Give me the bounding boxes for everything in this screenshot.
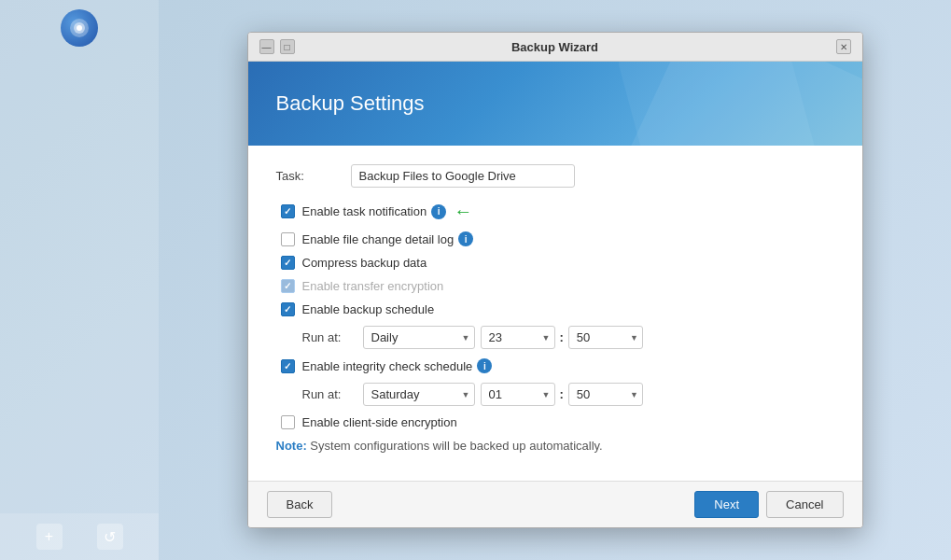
maximize-button[interactable]: □ <box>280 39 295 54</box>
enable-notification-checkbox[interactable] <box>281 204 295 218</box>
backup-frequency-wrap: Daily Weekly Monthly ▼ <box>363 326 475 349</box>
dialog-titlebar: — □ Backup Wizard ✕ <box>248 33 862 62</box>
integrity-day-select[interactable]: Saturday <box>363 383 475 406</box>
time-separator-1: : <box>560 330 564 344</box>
integrity-minute-select[interactable]: 50 <box>568 383 643 406</box>
back-button[interactable]: Back <box>267 491 333 518</box>
compress-backup-label: Compress backup data <box>302 256 427 270</box>
task-input[interactable] <box>351 164 575 188</box>
enable-file-change-row: Enable file change detail log i <box>276 231 834 246</box>
enable-transfer-encryption-row: Enable transfer encryption <box>276 279 834 293</box>
enable-transfer-encryption-checkbox <box>281 279 295 293</box>
integrity-schedule-run-at-row: Run at: Saturday ▼ 01 ▼ : <box>276 383 834 406</box>
enable-file-change-label: Enable file change detail log <box>302 232 455 246</box>
backup-hour-wrap: 23 ▼ <box>481 326 555 349</box>
integrity-day-wrap: Saturday ▼ <box>363 383 475 406</box>
enable-file-change-checkbox[interactable] <box>281 232 295 246</box>
enable-integrity-check-label: Enable integrity check schedule <box>302 359 473 373</box>
enable-client-side-label: Enable client-side encryption <box>302 415 457 429</box>
task-row: Task: <box>276 164 834 188</box>
backup-schedule-run-at-row: Run at: Daily Weekly Monthly ▼ 23 ▼ <box>276 326 834 349</box>
time-separator-2: : <box>560 387 564 401</box>
close-button[interactable]: ✕ <box>836 39 851 54</box>
compress-backup-row: Compress backup data <box>276 256 834 270</box>
enable-integrity-check-info-icon[interactable]: i <box>477 358 492 373</box>
app-icon <box>61 9 98 47</box>
dialog-footer: Back Next Cancel <box>248 481 862 527</box>
compress-backup-checkbox[interactable] <box>281 256 295 270</box>
dialog-header: Backup Settings <box>248 62 862 146</box>
enable-transfer-encryption-label: Enable transfer encryption <box>302 279 444 293</box>
enable-client-side-checkbox[interactable] <box>281 415 295 429</box>
integrity-minute-wrap: 50 ▼ <box>568 383 643 406</box>
enable-client-side-row: Enable client-side encryption <box>276 415 834 429</box>
enable-backup-schedule-checkbox[interactable] <box>281 302 295 316</box>
task-label: Task: <box>276 169 351 183</box>
note-text: System configurations will be backed up … <box>310 439 602 453</box>
backup-minute-select[interactable]: 50 <box>568 326 643 349</box>
integrity-hour-wrap: 01 ▼ <box>481 383 555 406</box>
backup-hour-select[interactable]: 23 <box>481 326 555 349</box>
modal-window: — □ Backup Wizard ✕ Backup Settings Task… <box>159 0 951 560</box>
dialog-title: Backup Wizard <box>315 40 795 54</box>
enable-notification-label: Enable task notification <box>302 204 427 218</box>
enable-file-change-info-icon[interactable]: i <box>458 231 473 246</box>
minimize-button[interactable]: — <box>259 39 274 54</box>
dialog-body: Task: Enable task notification i ← Enabl… <box>248 146 862 481</box>
taskbar-bottom: + ↺ <box>0 513 159 560</box>
taskbar-left: + ↺ <box>0 0 159 560</box>
green-arrow-indicator: ← <box>454 201 472 222</box>
backup-frequency-select[interactable]: Daily Weekly Monthly <box>363 326 475 349</box>
dialog: — □ Backup Wizard ✕ Backup Settings Task… <box>247 32 863 528</box>
integrity-hour-select[interactable]: 01 <box>481 383 555 406</box>
enable-integrity-check-checkbox[interactable] <box>281 359 295 373</box>
svg-point-2 <box>77 25 82 31</box>
integrity-run-at-label: Run at: <box>302 387 363 401</box>
history-button[interactable]: ↺ <box>97 524 123 550</box>
enable-integrity-check-row: Enable integrity check schedule i <box>276 358 834 373</box>
footer-right: Next Cancel <box>694 491 843 518</box>
note-row: Note: System configurations will be back… <box>276 439 834 453</box>
enable-notification-info-icon[interactable]: i <box>431 204 446 219</box>
backup-run-at-label: Run at: <box>302 330 363 344</box>
desktop: + ↺ — □ Backup Wizard ✕ Backup Settings <box>0 0 951 560</box>
enable-backup-schedule-row: Enable backup schedule <box>276 302 834 316</box>
backup-minute-wrap: 50 ▼ <box>568 326 643 349</box>
note-label: Note: <box>276 439 307 453</box>
header-title: Backup Settings <box>276 91 425 116</box>
add-button[interactable]: + <box>36 524 63 550</box>
enable-notification-row: Enable task notification i ← <box>276 201 834 222</box>
enable-backup-schedule-label: Enable backup schedule <box>302 302 435 316</box>
cancel-button[interactable]: Cancel <box>766 491 843 518</box>
next-button[interactable]: Next <box>694 491 759 518</box>
